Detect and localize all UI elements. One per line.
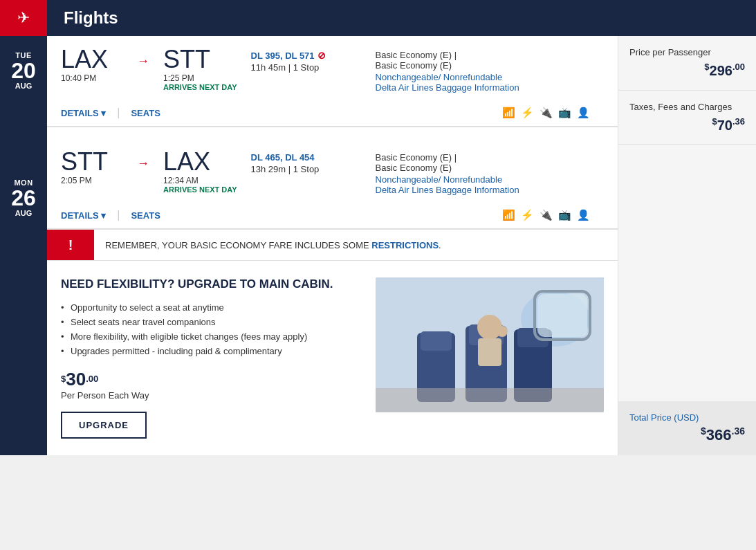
origin-code-2: STT [61, 149, 108, 174]
warning-restrictions-link[interactable]: RESTRICTIONS [371, 240, 439, 250]
day-num-1: 20 [3, 59, 44, 82]
details-link-1[interactable]: DETAILS ▾ [61, 108, 106, 118]
fare-2: Basic Economy (E) | Basic Economy (E) No… [376, 149, 604, 195]
warning-exclamation-icon: ! [68, 237, 73, 253]
pipe-1: | [117, 107, 120, 119]
dest-code-1: STT [163, 47, 210, 72]
upgrade-title: NEED FLEXIBILITY? UPGRADE TO MAIN CABIN. [61, 277, 362, 291]
dest-code-2: LAX [163, 149, 210, 174]
date-block-1: TUE 20 AUG [0, 36, 47, 90]
plane-icon: ✈ [17, 9, 30, 27]
upgrade-benefit-2: • Select seats near travel companions [61, 317, 362, 327]
per-passenger-dollar: $ [704, 62, 709, 72]
month-1: AUG [3, 82, 44, 90]
svg-point-10 [497, 326, 508, 337]
benefit-text-1: Opportunity to select a seat at anytime [71, 302, 224, 313]
day-num-2: 26 [3, 187, 44, 209]
fare-class-1a: Basic Economy (E) | [376, 50, 604, 60]
upgrade-benefit-1: • Opportunity to select a seat at anytim… [61, 302, 362, 313]
fare-class-2a: Basic Economy (E) | [376, 152, 604, 163]
fare-1: Basic Economy (E) | Basic Economy (E) No… [376, 47, 604, 93]
taxes-whole: 70 [717, 117, 732, 132]
taxes-amount: $70.36 [629, 116, 745, 134]
per-passenger-cents: .00 [732, 62, 745, 72]
benefit-text-2: Select seats near travel companions [71, 317, 216, 327]
tv-icon-1: 📺 [558, 107, 571, 119]
svg-point-8 [477, 315, 502, 340]
details-bar-2: DETAILS ▾ | SEATS 📶 ⚡ 🔌 📺 👤 [61, 202, 604, 228]
per-passenger-label: Price per Passenger [629, 47, 745, 57]
cabin-image [376, 277, 604, 412]
svg-rect-5 [421, 331, 452, 351]
person-icon-1: 👤 [577, 107, 590, 119]
flight-2-info: STT 2:05 PM → LAX 12:34 AM ARRIVES NEXT … [61, 149, 604, 195]
dest-time-1: 1:25 PM [163, 73, 194, 83]
total-label: Total Price (USD) [629, 412, 745, 423]
arrow-1: → [137, 47, 149, 68]
warning-icon-box: ! [47, 230, 94, 260]
seats-link-1[interactable]: SEATS [131, 108, 160, 118]
flight-duration-2: 13h 29m | 1 Stop [251, 164, 362, 174]
nonchangeable-1[interactable]: Nonchangeable/ Nonrefundable [376, 72, 604, 82]
sidebar-spacer-1 [0, 90, 47, 173]
baggage-info-2[interactable]: Delta Air Lines Baggage Information [376, 185, 604, 195]
origin-time-1: 10:40 PM [61, 73, 96, 83]
details-bar-1: DETAILS ▾ | SEATS 📶 ⚡ 🔌 📺 👤 [61, 100, 604, 126]
taxes-label: Taxes, Fees and Charges [629, 102, 745, 112]
wifi-icon-2: 📶 [502, 209, 515, 221]
fare-class-1b: Basic Economy (E) [376, 60, 604, 71]
flight-num-text-1: DL 395, DL 571 [251, 51, 315, 61]
flight-num-text-2: DL 465, DL 454 [251, 152, 315, 163]
total-price-row: Total Price (USD) $366.36 [618, 401, 756, 455]
date-block-2: MON 26 AUG [0, 173, 47, 217]
upgrade-button[interactable]: UPGRADE [61, 412, 147, 439]
svg-rect-9 [478, 338, 501, 366]
arrow-icon-1: → [137, 54, 149, 68]
benefit-text-4: Upgrades permitted - including paid & co… [71, 346, 282, 356]
upgrade-content: NEED FLEXIBILITY? UPGRADE TO MAIN CABIN.… [61, 277, 362, 439]
taxes-row: Taxes, Fees and Charges $70.36 [618, 91, 756, 145]
upgrade-whole: 30 [66, 369, 86, 389]
origin-2: STT 2:05 PM [61, 149, 123, 185]
flight-row-2: STT 2:05 PM → LAX 12:34 AM ARRIVES NEXT … [47, 127, 618, 229]
destination-1: STT 1:25 PM ARRIVES NEXT DAY [163, 47, 237, 91]
upgrade-per-person: Per Person Each Way [61, 390, 362, 401]
pipe-2: | [117, 209, 120, 221]
seats-link-2[interactable]: SEATS [131, 210, 160, 221]
fare-class-2b: Basic Economy (E) [376, 163, 604, 173]
flight-dot-1: ⊘ [317, 50, 326, 61]
per-passenger-whole: 296 [710, 63, 732, 78]
power-icon-1: ⚡ [521, 107, 534, 119]
header: ✈ Flights [0, 0, 756, 36]
svg-rect-13 [537, 294, 587, 337]
origin-time-2: 2:05 PM [61, 176, 92, 185]
next-day-2: ARRIVES NEXT DAY [163, 185, 237, 194]
total-cents: .36 [732, 425, 745, 437]
details-bar-left-1: DETAILS ▾ | SEATS [61, 107, 160, 119]
flight-1-info: LAX 10:40 PM → STT 1:25 PM ARRIVES NEXT … [61, 47, 604, 93]
svg-rect-11 [376, 388, 604, 412]
nonchangeable-2[interactable]: Nonchangeable/ Nonrefundable [376, 174, 604, 185]
total-amount: $366.36 [629, 425, 745, 444]
per-passenger-amount: $296.00 [629, 62, 745, 79]
baggage-info-1[interactable]: Delta Air Lines Baggage Information [376, 82, 604, 93]
upgrade-price-row: $30.00 [61, 369, 362, 390]
upgrade-section: NEED FLEXIBILITY? UPGRADE TO MAIN CABIN.… [47, 260, 618, 455]
flight-num-row-1: DL 395, DL 571 ⊘ [251, 50, 362, 61]
date-sidebar: TUE 20 AUG MON 26 AUG [0, 36, 47, 455]
details-link-2[interactable]: DETAILS ▾ [61, 210, 106, 221]
benefit-text-3: More flexibility, with eligible ticket c… [71, 331, 307, 342]
flight-duration-1: 11h 45m | 1 Stop [251, 62, 362, 73]
price-panel: Price per Passenger $296.00 Taxes, Fees … [618, 36, 756, 455]
page-title: Flights [47, 8, 118, 28]
warning-message: REMEMBER, YOUR BASIC ECONOMY FARE INCLUD… [105, 240, 371, 250]
upgrade-benefit-4: • Upgrades permitted - including paid & … [61, 346, 362, 356]
upgrade-cents: .00 [86, 374, 98, 384]
flight-num-row-2: DL 465, DL 454 [251, 152, 362, 163]
flight-numbers-1: DL 395, DL 571 ⊘ 11h 45m | 1 Stop [251, 47, 362, 73]
destination-2: LAX 12:34 AM ARRIVES NEXT DAY [163, 149, 237, 194]
total-dollar: $ [701, 425, 706, 437]
next-day-1: ARRIVES NEXT DAY [163, 83, 237, 91]
taxes-cents: .36 [732, 116, 745, 127]
cabin-svg [376, 277, 604, 412]
